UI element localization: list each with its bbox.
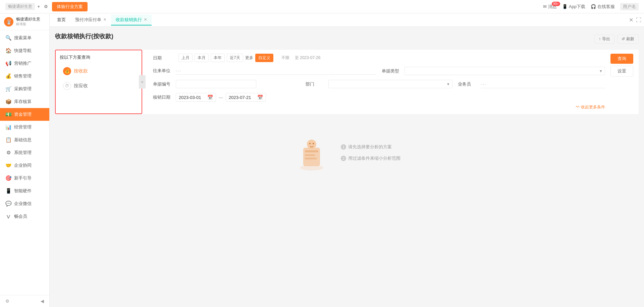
message-btn[interactable]: ✉ 消息 99+: [543, 4, 557, 10]
date-more[interactable]: 更多: [245, 55, 253, 61]
sidebar-item-basic-info[interactable]: 📋 基础信息: [0, 134, 49, 146]
sidebar-item-funds[interactable]: 💵 资金管理: [0, 108, 49, 121]
date-btn-this-year[interactable]: 本年: [211, 54, 225, 62]
sidebar-item-system[interactable]: ⚙ 系统管理: [0, 146, 49, 159]
smart-hw-icon: 📱: [5, 188, 11, 194]
dropdown-arrow[interactable]: ▾: [38, 4, 40, 9]
filter-row-date: 日期 上月 本月 本年 近7天 更多 自定义 不限: [153, 54, 605, 62]
logo-text-block: 畅捷通好生意 标准版: [16, 17, 40, 27]
sidebar-item-wechat[interactable]: 💬 企业微信: [0, 197, 49, 210]
sidebar-item-guide[interactable]: 🎯 新手引导: [0, 172, 49, 185]
svg-point-5: [307, 140, 316, 149]
sidebar-label-guide: 新手引导: [14, 175, 32, 181]
refresh-label: 刷新: [626, 36, 634, 42]
filter-group-counterpart: 往来单位 ···: [153, 67, 376, 75]
filter-collapse-btn[interactable]: «: [139, 75, 146, 89]
empty-illustration: [293, 134, 330, 171]
app-icon: 📱: [562, 4, 568, 9]
tab-expand-btn[interactable]: ⛶: [636, 17, 641, 23]
svg-rect-3: [305, 154, 315, 156]
sidebar-item-marketing[interactable]: 📢 营销推广: [0, 57, 49, 70]
home-icon: 🏠: [5, 48, 11, 54]
sidebar-item-quick-nav[interactable]: 🏠 快捷导航: [0, 44, 49, 57]
writeoff-start-date[interactable]: 2023-03-01 📅: [176, 93, 216, 102]
sidebar-settings-icon[interactable]: ⚙: [5, 299, 9, 304]
by-receivable-icon: ⏱: [63, 82, 71, 90]
sidebar-item-inventory[interactable]: 📦 库存核算: [0, 95, 49, 108]
tab-prepay-close[interactable]: ✕: [103, 17, 106, 22]
date-btn-last-month[interactable]: 上月: [178, 54, 193, 62]
sidebar-item-operation[interactable]: 📊 经营管理: [0, 121, 49, 134]
app-label: App下载: [569, 4, 585, 10]
tab-home[interactable]: 首页: [52, 15, 70, 25]
purchase-icon: 🛒: [5, 86, 11, 92]
export-label: 导出: [602, 36, 610, 42]
sidebar-label-funds: 资金管理: [14, 111, 32, 117]
voucher-no-input[interactable]: [176, 80, 256, 88]
writeoff-start-cal-icon[interactable]: 📅: [207, 95, 213, 100]
sidebar-item-search[interactable]: 🔍 搜索菜单: [0, 32, 49, 44]
sidebar-item-member[interactable]: V 畅会员: [0, 210, 49, 223]
sidebar-item-purchase[interactable]: 🛒 采购管理: [0, 83, 49, 95]
top-bar-right: ✉ 消息 99+ 📱 App下载 🎧 在线客服 用户名: [543, 3, 639, 10]
tab-receive-cancel-close[interactable]: ✕: [144, 17, 147, 22]
svg-point-7: [313, 143, 314, 144]
empty-state: 1 请先选择要分析的方案 2 用过滤条件来缩小分析范围: [55, 134, 639, 171]
basic-info-icon: 📋: [5, 137, 11, 143]
voucher-type-select[interactable]: ▾: [405, 67, 605, 75]
filter-option-by-receivable[interactable]: ⏱ 按应收: [60, 79, 138, 93]
date-btn-this-month[interactable]: 本月: [195, 54, 209, 62]
filter-option-by-receipt[interactable]: 💰 按收款: [60, 64, 138, 78]
content-area: 首页 预付冲应付单 ✕ 收款核销执行 ✕ ✕ ⛶ 收款核销执行(按收款) ↑: [50, 13, 644, 307]
logo-text: 畅捷通好生意: [16, 17, 40, 22]
counterpart-label: 往来单位: [153, 68, 173, 74]
sidebar-menu: 🔍 搜索菜单 🏠 快捷导航 📢 营销推广 💰 销售管理 🛒 采购管理 📦: [0, 30, 49, 295]
user-avatar[interactable]: 用户名: [620, 3, 639, 10]
refresh-btn[interactable]: ↺ 刷新: [617, 35, 639, 44]
app-download-btn[interactable]: 📱 App下载: [562, 4, 585, 10]
sidebar-label-operation: 经营管理: [14, 124, 32, 130]
sidebar-label-system: 系统管理: [14, 150, 32, 156]
date-to-text: 至 2023-07-26: [295, 55, 321, 61]
sidebar-label-quick-nav: 快捷导航: [14, 48, 32, 54]
collapse-more-section: ^^ 收起更多条件: [153, 104, 605, 110]
operation-icon: 📊: [5, 124, 11, 130]
filter-left-panel: 按以下方案查询 💰 按收款 ⏱ 按应收 «: [55, 50, 142, 114]
settings-btn[interactable]: 设置: [610, 66, 633, 76]
message-badge: 99+: [552, 2, 560, 6]
empty-tip-2: 2 用过滤条件来缩小分析范围: [341, 154, 400, 163]
writeoff-end-cal-icon[interactable]: 📅: [257, 95, 263, 100]
writeoff-end-date[interactable]: 2023-07-21 📅: [226, 93, 266, 102]
sidebar-item-smart-hw[interactable]: 📱 智能硬件: [0, 185, 49, 197]
sidebar-collapse-icon[interactable]: ◀: [41, 299, 44, 304]
tip-text-1: 请先选择要分析的方案: [348, 143, 392, 151]
sidebar-item-sales[interactable]: 💰 销售管理: [0, 70, 49, 83]
date-btn-custom[interactable]: 自定义: [255, 54, 273, 62]
tab-receive-cancel[interactable]: 收款核销执行 ✕: [111, 15, 152, 25]
industry-btn[interactable]: 体验行业方案: [52, 2, 88, 11]
wechat-icon: 💬: [5, 201, 11, 207]
filter-container: 按以下方案查询 💰 按收款 ⏱ 按应收 «: [55, 50, 639, 114]
counterpart-input-area: ···: [176, 67, 376, 75]
tab-prepay-label: 预付冲应付单: [75, 17, 101, 23]
query-btn[interactable]: 查询: [610, 54, 633, 64]
tab-prepay[interactable]: 预付冲应付单 ✕: [70, 15, 111, 25]
dept-select[interactable]: ▾: [328, 80, 453, 88]
export-btn[interactable]: ↑ 导出: [594, 35, 614, 44]
voucher-no-label: 单据编号: [153, 81, 173, 87]
date-label: 日期: [153, 55, 173, 61]
tip-num-2: 2: [341, 156, 346, 161]
member-icon: V: [5, 213, 11, 219]
service-btn[interactable]: 🎧 在线客服: [591, 4, 615, 10]
collapse-more-btn[interactable]: ^^ 收起更多条件: [576, 104, 605, 110]
dept-arrow: ▾: [447, 82, 449, 87]
tab-close-btn[interactable]: ✕: [629, 17, 633, 23]
export-icon: ↑: [599, 37, 601, 41]
sidebar-label-smart-hw: 智能硬件: [14, 188, 32, 194]
logo-icon: 🐰: [4, 17, 13, 27]
sidebar-item-enterprise[interactable]: 🤝 企业协同: [0, 159, 49, 172]
date-btn-last7[interactable]: 近7天: [227, 54, 243, 62]
staff-dots[interactable]: ···: [481, 82, 486, 87]
counterpart-dots[interactable]: ···: [176, 68, 181, 73]
settings-icon[interactable]: ⚙: [43, 3, 49, 10]
